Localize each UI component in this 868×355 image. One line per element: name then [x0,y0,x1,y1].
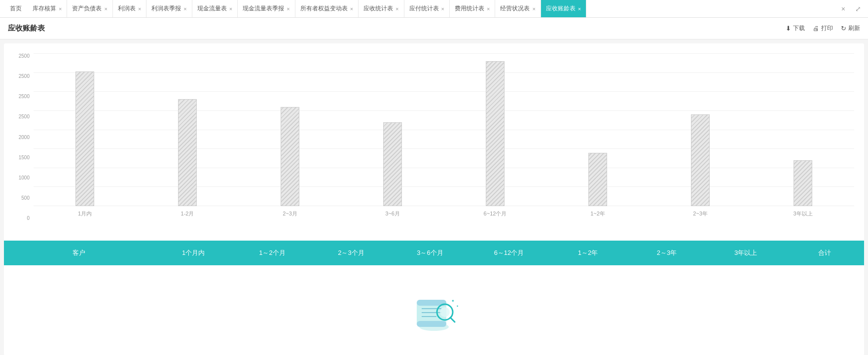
print-icon: 🖨 [813,25,819,32]
y-axis: 0 500 1000 1500 2000 2500 2500 2500 2500 [14,53,34,221]
th-year1-2: 1～2年 [548,248,627,257]
x-label-2: 2~3月 [239,206,341,221]
bars-area [34,53,854,221]
th-customer: 客户 [4,248,154,257]
maximize-window-button[interactable]: ⤢ [852,4,864,14]
download-button[interactable]: ⬇ 下载 [786,24,805,33]
tab-inventory[interactable]: 库存核算 × [28,0,67,18]
th-month1: 1个月内 [154,248,233,257]
tab-profit-quarterly-label: 利润表季报 [151,4,181,13]
chart-container: 0 500 1000 1500 2000 2500 2500 2500 2500 [14,53,854,221]
tab-expense-stats-close[interactable]: × [487,6,490,12]
tab-inventory-label: 库存核算 [33,4,56,13]
page-title: 应收账龄表 [8,24,45,33]
bar-group-0 [34,53,136,206]
table-header: 客户 1个月内 1～2个月 2～3个月 3～6个月 6～12个月 1～2年 2～… [4,241,864,265]
th-month1-2: 1～2个月 [233,248,312,257]
x-axis: 1月内1-2月2~3月3~6月6~12个月1~2年2~3年3年以上 [34,206,854,221]
tab-profit-quarterly-close[interactable]: × [183,6,186,12]
empty-state: ✦ ✦ [4,265,864,355]
x-label-5: 1~2年 [546,206,649,221]
tab-cashflow-close[interactable]: × [229,6,232,12]
tab-ap-stats[interactable]: 应付统计表 × [404,0,450,18]
tab-ap-stats-close[interactable]: × [441,6,444,12]
tab-ar-stats-label: 应收统计表 [363,4,393,13]
tab-balance-sheet[interactable]: 资产负债表 × [67,0,112,18]
download-icon: ⬇ [786,25,791,32]
tab-ar-aging[interactable]: 应收账龄表 × [541,0,586,18]
tab-expense-stats-label: 费用统计表 [455,4,484,13]
print-button[interactable]: 🖨 打印 [813,24,833,33]
refresh-label: 刷新 [848,24,860,33]
svg-point-8 [440,307,450,317]
bar-0 [75,71,94,206]
download-label: 下载 [793,24,805,33]
svg-text:✦: ✦ [456,305,459,308]
x-label-1: 1-2月 [136,206,239,221]
chart-area: 0 500 1000 1500 2000 2500 2500 2500 2500 [4,43,864,241]
close-window-button[interactable]: × [838,4,848,14]
bar-1 [178,99,197,206]
bar-group-2 [239,53,341,206]
tab-ap-stats-label: 应付统计表 [409,4,439,13]
svg-line-9 [450,318,455,322]
tab-ops-status-close[interactable]: × [532,6,535,12]
tab-bar: 首页 库存核算 × 资产负债表 × 利润表 × 利润表季报 × 现金流量表 × … [0,0,868,18]
x-label-0: 1月内 [34,206,136,221]
refresh-icon: ↻ [841,25,846,32]
tab-equity-close[interactable]: × [350,6,353,12]
tab-equity-label: 所有者权益变动表 [300,4,348,13]
svg-text:✦: ✦ [451,299,455,303]
x-label-4: 6~12个月 [444,206,546,221]
x-label-6: 2~3年 [649,206,752,221]
svg-rect-3 [417,321,446,327]
bar-4 [486,61,505,207]
x-label-3: 3~6月 [341,206,444,221]
tab-ops-status-label: 经营状况表 [500,4,530,13]
tab-cashflow-quarterly[interactable]: 现金流量表季报 × [238,0,295,18]
tab-cashflow[interactable]: 现金流量表 × [192,0,238,18]
tab-ar-stats[interactable]: 应收统计表 × [359,0,404,18]
page-header: 应收账龄表 ⬇ 下载 🖨 打印 ↻ 刷新 [0,18,868,39]
tab-ar-aging-close[interactable]: × [578,6,581,12]
tab-profit-label: 利润表 [118,4,136,13]
th-year2-3: 2～3年 [627,248,706,257]
tab-ar-stats-close[interactable]: × [396,6,398,12]
tab-cashflow-quarterly-close[interactable]: × [287,6,289,12]
tab-cashflow-label: 现金流量表 [197,4,227,13]
tab-balance-sheet-close[interactable]: × [104,6,107,12]
th-month2-3: 2～3个月 [312,248,391,257]
tab-profit[interactable]: 利润表 × [113,0,146,18]
refresh-button[interactable]: ↻ 刷新 [841,24,860,33]
tab-ar-aging-label: 应收账龄表 [546,4,576,13]
th-month3-6: 3～6个月 [391,248,470,257]
tab-equity[interactable]: 所有者权益变动表 × [295,0,359,18]
bar-group-5 [546,53,649,206]
tab-home-label: 首页 [10,4,22,13]
print-label: 打印 [821,24,833,33]
th-year3plus: 3年以上 [706,248,785,257]
tab-inventory-close[interactable]: × [59,6,62,12]
tab-cashflow-quarterly-label: 现金流量表季报 [243,4,284,13]
tab-home[interactable]: 首页 [4,0,28,18]
tab-balance-sheet-label: 资产负债表 [72,4,102,13]
x-label-7: 3年以上 [752,206,854,221]
bar-group-4 [444,53,546,206]
bar-6 [691,114,710,206]
bar-group-3 [341,53,444,206]
bar-group-6 [649,53,752,206]
bar-7 [794,160,812,206]
th-total: 合计 [785,248,864,257]
tab-profit-close[interactable]: × [138,6,141,12]
main-content: 0 500 1000 1500 2000 2500 2500 2500 2500 [4,43,864,355]
th-month6-12: 6～12个月 [470,248,548,257]
empty-illustration: ✦ ✦ [404,285,464,336]
window-controls: × ⤢ [838,4,864,14]
tab-ops-status[interactable]: 经营状况表 × [495,0,541,18]
bar-group-7 [752,53,854,206]
bar-group-1 [136,53,239,206]
chart-inner: 1月内1-2月2~3月3~6月6~12个月1~2年2~3年3年以上 [34,53,854,221]
tab-expense-stats[interactable]: 费用统计表 × [450,0,495,18]
bar-2 [281,107,299,207]
tab-profit-quarterly[interactable]: 利润表季报 × [146,0,192,18]
